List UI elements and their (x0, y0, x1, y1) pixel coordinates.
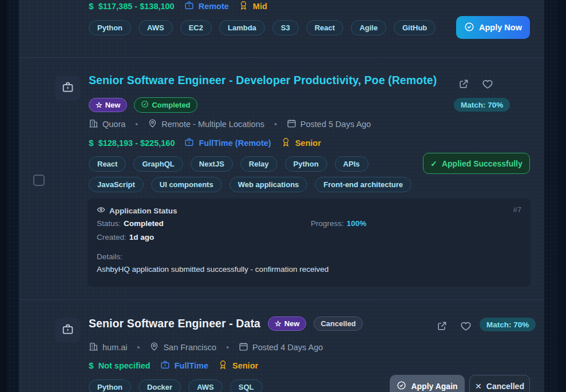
briefcase-icon (160, 360, 170, 371)
skill-tag: S3 (272, 20, 299, 35)
status-badge-label: Completed (152, 101, 190, 110)
separator-dot: • (133, 120, 140, 129)
apply-now-label: Apply Now (479, 23, 522, 32)
calendar-icon (239, 342, 248, 353)
job-meta-row: Quora • Remote - Multiple Locations • Po… (89, 118, 371, 130)
seniority: Mid (239, 1, 267, 12)
match-badge: Match: 70% (480, 318, 536, 331)
salary: $ $117,385 - $138,100 (89, 1, 175, 11)
new-badge-label: New (105, 101, 121, 110)
award-icon (281, 137, 291, 149)
salary-range: $128,193 - $225,160 (98, 138, 175, 148)
skill-tag: SQL (230, 379, 263, 392)
company: hum.ai (89, 342, 128, 353)
briefcase-icon (62, 81, 74, 96)
page-right-edge (558, 0, 566, 392)
location: Remote - Multiple Locations (148, 118, 264, 130)
job-meta-row: hum.ai • San Francisco • Posted 4 Days A… (89, 342, 323, 353)
company-name: hum.ai (102, 343, 128, 352)
created-row: Created:1d ago (97, 233, 154, 241)
salary-range: Not specified (98, 361, 151, 370)
salary-range: $117,385 - $138,100 (98, 2, 175, 11)
external-link-icon (436, 325, 448, 334)
skill-tag: EC2 (180, 20, 212, 35)
posted-date: Posted 5 Days Ago (287, 118, 371, 130)
job-card-poe: Senior Software Engineer - Developer Pro… (19, 58, 544, 300)
work-mode: Remote (184, 1, 229, 12)
eye-icon (97, 205, 105, 216)
external-link-icon (458, 83, 469, 92)
skill-tags: Python Docker AWS SQL (89, 379, 375, 392)
seniority-label: Mid (253, 2, 267, 11)
job-title[interactable]: Senior Software Engineer - Data (89, 317, 260, 330)
apply-now-button[interactable]: Apply Now (456, 16, 530, 39)
work-mode-label: Remote (199, 2, 229, 11)
location-pin-icon (148, 118, 157, 130)
skill-tag: GitHub (394, 20, 436, 35)
skill-tag: Python (89, 379, 131, 392)
award-icon (218, 360, 228, 371)
skill-tags: Python AWS EC2 Lambda S3 React Agile Git… (89, 20, 455, 35)
skill-tag: UI components (151, 177, 222, 192)
location-label: Remote - Multiple Locations (161, 120, 264, 129)
separator-dot: • (135, 343, 143, 352)
select-job-checkbox[interactable] (33, 175, 45, 186)
location: San Francisco (149, 342, 216, 353)
salary: $ Not specified (89, 361, 151, 371)
status-badge: Completed (134, 97, 197, 113)
favorite-button[interactable] (460, 320, 472, 333)
award-icon (239, 1, 248, 12)
application-status-panel: Application Status #7 Status:Completed P… (88, 199, 531, 287)
job-list: $ $117,385 - $138,100 Remote Mid Python … (19, 0, 544, 392)
compensation-row: $ Not specified FullTime Senior (89, 360, 258, 371)
seniority: Senior (218, 360, 258, 371)
dollar-icon: $ (89, 1, 94, 11)
skill-tag: React (89, 156, 126, 172)
external-link-button[interactable] (436, 320, 448, 333)
location-label: San Francisco (163, 343, 216, 352)
posted-label: Posted 5 Days Ago (300, 120, 371, 129)
status-panel-title: Application Status (109, 207, 177, 215)
skill-tag: GraphQL (133, 156, 183, 172)
details-label: Details: (97, 252, 122, 261)
employment-label: FullTime (Remote) (199, 138, 271, 148)
salary: $ $128,193 - $225,160 (89, 138, 175, 148)
skill-tag: Python (285, 156, 327, 172)
check-icon: ✓ (430, 159, 437, 168)
company-logo (55, 318, 80, 343)
posted-label: Posted 4 Days Ago (252, 343, 323, 352)
external-link-button[interactable] (457, 78, 470, 91)
calendar-icon (287, 118, 296, 130)
skill-tag: Front-end architecture (315, 177, 411, 192)
favorite-button[interactable] (481, 78, 494, 91)
new-badge: ☆ New (89, 98, 127, 112)
new-badge-label: New (284, 319, 300, 328)
company-name: Quora (102, 120, 125, 129)
skill-tag: Web applications (229, 177, 308, 192)
company: Quora (89, 118, 125, 130)
posted-date: Posted 4 Days Ago (239, 342, 323, 353)
applied-label: Applied Successfully (442, 159, 523, 168)
skill-tag: AWS (188, 379, 223, 392)
heart-icon (460, 325, 472, 334)
details-value: AshbyHQ application submitted successful… (97, 265, 328, 274)
title-row: Senior Software Engineer - Data ☆ New Ca… (89, 316, 363, 331)
building-icon (89, 342, 98, 353)
star-icon: ☆ (275, 320, 282, 327)
apply-again-button[interactable]: Apply Again (390, 375, 465, 392)
progress-label: Progress: (311, 219, 344, 228)
status-value: Completed (124, 219, 164, 228)
job-card-data: Senior Software Engineer - Data ☆ New Ca… (19, 300, 544, 392)
new-badge: ☆ New (268, 316, 306, 331)
check-circle-icon (464, 22, 474, 34)
page-left-edge (0, 0, 7, 392)
skill-tag: React (306, 20, 343, 35)
job-title[interactable]: Senior Software Engineer - Developer Pro… (89, 74, 437, 87)
cancelled-button[interactable]: ✕ Cancelled (469, 375, 530, 392)
compensation-row: $ $128,193 - $225,160 FullTime (Remote) … (89, 137, 321, 149)
seniority-label: Senior (295, 138, 321, 148)
separator-dot: • (272, 120, 279, 129)
employment-type: FullTime (160, 360, 208, 371)
skill-tag: Relay (240, 156, 278, 172)
applied-successfully-button[interactable]: ✓ Applied Successfully (423, 153, 530, 174)
